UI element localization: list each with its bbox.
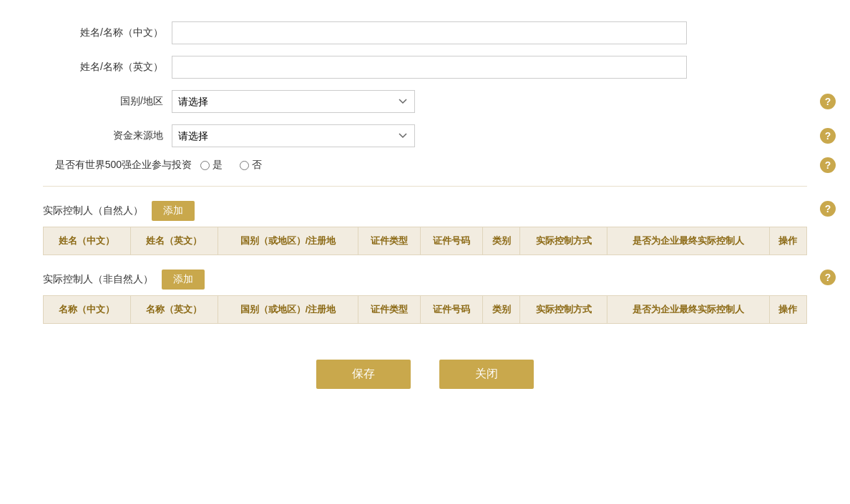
name-en-row: 姓名/名称（英文） [43,56,807,79]
natural-col-name-en: 姓名（英文） [130,227,218,255]
non-natural-controller-help-icon[interactable]: ? [820,270,836,285]
fortune500-yes-radio[interactable] [200,161,210,170]
fortune500-radio-group: 是 否 [200,159,262,172]
natural-controller-table: 姓名（中文） 姓名（英文） 国别（或地区）/注册地 证件类型 证件号码 类别 实… [43,227,807,255]
name-cn-label: 姓名/名称（中文） [43,26,172,39]
non-natural-col-cert-type: 证件类型 [358,296,421,324]
bottom-buttons: 保存 关闭 [43,360,807,389]
non-natural-col-action: 操作 [769,296,806,324]
natural-col-category: 类别 [483,227,520,255]
natural-controller-help-icon[interactable]: ? [820,201,836,217]
non-natural-controller-header-row: 名称（中文） 名称（英文） 国别（或地区）/注册地 证件类型 证件号码 类别 实… [44,296,807,324]
non-natural-col-country: 国别（或地区）/注册地 [218,296,358,324]
save-button[interactable]: 保存 [316,360,411,389]
fortune500-yes-label[interactable]: 是 [200,159,223,172]
name-en-input[interactable] [172,56,687,79]
non-natural-col-name-cn: 名称（中文） [44,296,131,324]
natural-col-cert-type: 证件类型 [358,227,421,255]
non-natural-col-cert-no: 证件号码 [421,296,483,324]
non-natural-controller-section: 实际控制人（非自然人） 添加 ? 名称（中文） 名称（英文） 国别（或地区）/注… [43,270,807,324]
non-natural-col-category: 类别 [483,296,520,324]
name-cn-row: 姓名/名称（中文） [43,21,807,44]
country-row: 国别/地区 请选择 ? [43,90,807,113]
natural-controller-header-row: 姓名（中文） 姓名（英文） 国别（或地区）/注册地 证件类型 证件号码 类别 实… [44,227,807,255]
name-en-label: 姓名/名称（英文） [43,61,172,74]
fortune500-row: 是否有世界500强企业参与投资 是 否 ? [43,159,807,172]
name-cn-input[interactable] [172,21,687,44]
fortune500-no-radio[interactable] [240,161,249,170]
non-natural-controller-table: 名称（中文） 名称（英文） 国别（或地区）/注册地 证件类型 证件号码 类别 实… [43,295,807,324]
fortune500-label: 是否有世界500强企业参与投资 [43,159,200,172]
natural-controller-title: 实际控制人（自然人） [43,204,143,217]
non-natural-col-name-en: 名称（英文） [130,296,218,324]
natural-col-is-final-controller: 是否为企业最终实际控制人 [607,227,769,255]
natural-controller-add-btn[interactable]: 添加 [152,201,195,221]
form-section: 姓名/名称（中文） 姓名/名称（英文） 国别/地区 请选择 ? 资金来源地 请选… [43,21,807,172]
natural-col-cert-no: 证件号码 [421,227,483,255]
non-natural-controller-title: 实际控制人（非自然人） [43,273,153,286]
country-label: 国别/地区 [43,95,172,108]
fund-source-label: 资金来源地 [43,129,172,142]
fortune500-help-icon[interactable]: ? [820,157,836,173]
fund-source-select[interactable]: 请选择 [172,124,415,147]
non-natural-col-control-method: 实际控制方式 [520,296,607,324]
fund-source-row: 资金来源地 请选择 ? [43,124,807,147]
close-button[interactable]: 关闭 [439,360,534,389]
non-natural-controller-add-btn[interactable]: 添加 [162,270,205,290]
fortune500-no-text: 否 [252,159,262,172]
fortune500-yes-text: 是 [212,159,223,172]
non-natural-controller-title-row: 实际控制人（非自然人） 添加 ? [43,270,807,290]
natural-controller-section: 实际控制人（自然人） 添加 ? 姓名（中文） 姓名（英文） 国别（或地区）/注册… [43,201,807,255]
natural-col-country: 国别（或地区）/注册地 [218,227,358,255]
natural-col-control-method: 实际控制方式 [520,227,607,255]
natural-col-action: 操作 [769,227,806,255]
natural-col-name-cn: 姓名（中文） [44,227,131,255]
divider-1 [43,186,807,187]
country-help-icon[interactable]: ? [820,94,836,109]
country-select[interactable]: 请选择 [172,90,415,113]
non-natural-col-is-final-controller: 是否为企业最终实际控制人 [607,296,769,324]
natural-controller-title-row: 实际控制人（自然人） 添加 ? [43,201,807,221]
fortune500-no-label[interactable]: 否 [240,159,262,172]
fund-source-help-icon[interactable]: ? [820,128,836,144]
